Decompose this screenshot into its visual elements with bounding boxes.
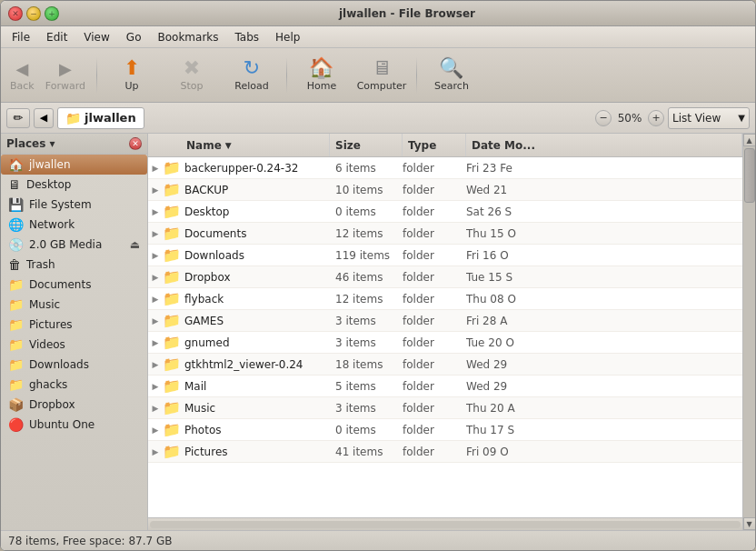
sidebar-item-downloads[interactable]: 📁 Downloads (1, 355, 147, 375)
sidebar-item-dropbox[interactable]: 📦 Dropbox (1, 395, 147, 415)
sidebar-label-filesystem: File System (29, 198, 92, 211)
sidebar-close-button[interactable]: ✕ (129, 137, 142, 150)
close-button[interactable]: ✕ (8, 6, 23, 21)
row-date: Sat 26 S (466, 205, 742, 218)
forward-label: Forward (45, 80, 85, 92)
row-expand-icon[interactable]: ▶ (148, 207, 163, 216)
col-header-type[interactable]: Type (403, 134, 466, 156)
vscroll-up-button[interactable]: ▲ (743, 134, 756, 146)
stop-button[interactable]: ✖ Stop (163, 51, 221, 100)
row-expand-icon[interactable]: ▶ (148, 185, 163, 195)
table-row[interactable]: ▶ 📁 gtkhtml2_viewer-0.24 18 items folder… (148, 354, 742, 376)
row-folder-icon: 📁 (163, 356, 181, 373)
sidebar-item-network[interactable]: 🌐 Network (1, 215, 147, 235)
hscroll-track[interactable] (150, 521, 741, 528)
row-size: 12 items (330, 227, 403, 240)
sidebar-item-documents[interactable]: 📁 Documents (1, 275, 147, 295)
menu-bookmarks[interactable]: Bookmarks (150, 29, 225, 45)
table-row[interactable]: ▶ 📁 Dropbox 46 items folder Tue 15 S (148, 266, 742, 288)
table-row[interactable]: ▶ 📁 Photos 0 items folder Thu 17 S (148, 419, 742, 441)
address-path[interactable]: 📁 jlwallen (57, 107, 144, 129)
table-row[interactable]: ▶ 📁 flyback 12 items folder Thu 08 O (148, 288, 742, 310)
vscroll-thumb[interactable] (744, 148, 755, 203)
view-mode-select[interactable]: List View ▼ (668, 107, 750, 129)
sidebar-item-ghacks[interactable]: 📁 ghacks (1, 375, 147, 395)
sidebar-item-ubuntuone[interactable]: 🔴 Ubuntu One (1, 415, 147, 435)
up-button[interactable]: ⬆ Up (103, 51, 161, 100)
sidebar-label-trash: Trash (26, 258, 55, 271)
sidebar-item-desktop[interactable]: 🖥 Desktop (1, 175, 147, 195)
row-expand-icon[interactable]: ▶ (148, 273, 163, 282)
maximize-button[interactable]: + (45, 6, 59, 21)
row-expand-icon[interactable]: ▶ (148, 360, 163, 369)
sort-arrow-icon: ▼ (225, 141, 232, 150)
table-row[interactable]: ▶ 📁 Pictures 41 items folder Fri 09 O (148, 441, 742, 463)
table-row[interactable]: ▶ 📁 backerupper-0.24-32 6 items folder F… (148, 157, 742, 179)
row-expand-icon[interactable]: ▶ (148, 251, 163, 260)
row-expand-icon[interactable]: ▶ (148, 426, 163, 435)
table-row[interactable]: ▶ 📁 Documents 12 items folder Thu 15 O (148, 223, 742, 245)
sidebar-item-media[interactable]: 💿 2.0 GB Media ⏏ (1, 235, 147, 255)
row-expand-icon[interactable]: ▶ (148, 164, 163, 173)
col-header-date[interactable]: Date Mo... (466, 134, 742, 156)
reload-button[interactable]: ↻ Reload (223, 51, 281, 100)
back-button[interactable]: ◀ Back (5, 55, 40, 95)
home-button[interactable]: 🏠 Home (293, 51, 351, 100)
eject-icon[interactable]: ⏏ (130, 238, 140, 251)
row-expand-icon[interactable]: ▶ (148, 338, 163, 347)
menu-view[interactable]: View (76, 29, 116, 45)
table-row[interactable]: ▶ 📁 GAMES 3 items folder Fri 28 A (148, 310, 742, 332)
menu-file[interactable]: File (5, 29, 37, 45)
vscroll-track[interactable] (743, 146, 756, 517)
forward-button[interactable]: ▶ Forward (40, 55, 91, 95)
computer-button[interactable]: 🖥 Computer (353, 51, 411, 100)
table-row[interactable]: ▶ 📁 Mail 5 items folder Wed 29 (148, 376, 742, 397)
row-size: 3 items (330, 315, 403, 327)
table-row[interactable]: ▶ 📁 Desktop 0 items folder Sat 26 S (148, 201, 742, 223)
col-header-size[interactable]: Size (330, 134, 403, 156)
horizontal-scrollbar[interactable] (148, 517, 742, 530)
row-size: 12 items (330, 293, 403, 306)
filesystem-icon: 💾 (8, 197, 24, 212)
computer-label: Computer (357, 80, 407, 92)
minimize-button[interactable]: − (26, 6, 41, 21)
edit-bookmarks-button[interactable]: ✏ (6, 108, 30, 128)
menu-tabs[interactable]: Tabs (228, 29, 267, 45)
zoom-out-button[interactable]: − (595, 110, 612, 126)
sidebar-item-trash[interactable]: 🗑 Trash (1, 255, 147, 275)
up-label: Up (124, 80, 138, 92)
row-name: gnumed (184, 336, 330, 349)
row-date: Tue 15 S (466, 271, 742, 284)
path-back-button[interactable]: ◀ (34, 108, 54, 128)
table-row[interactable]: ▶ 📁 BACKUP 10 items folder Wed 21 (148, 179, 742, 201)
row-date: Thu 08 O (466, 293, 742, 306)
search-button[interactable]: 🔍 Search (423, 51, 481, 100)
col-header-name[interactable]: Name ▼ (181, 134, 330, 156)
table-row[interactable]: ▶ 📁 Downloads 119 items folder Fri 16 O (148, 245, 742, 266)
hscroll-thumb[interactable] (150, 521, 327, 528)
row-expand-icon[interactable]: ▶ (148, 447, 163, 456)
row-expand-icon[interactable]: ▶ (148, 229, 163, 238)
row-size: 119 items (330, 249, 403, 262)
sidebar-item-filesystem[interactable]: 💾 File System (1, 195, 147, 215)
zoom-in-button[interactable]: + (648, 110, 664, 126)
sidebar-label-desktop: Desktop (26, 178, 72, 191)
sidebar-item-videos[interactable]: 📁 Videos (1, 335, 147, 355)
sidebar-item-jlwallen[interactable]: 🏠 jlwallen (1, 155, 147, 175)
desktop-icon: 🖥 (8, 177, 21, 192)
sidebar-label-ubuntuone: Ubuntu One (29, 418, 94, 431)
sidebar-item-music[interactable]: 📁 Music (1, 295, 147, 315)
table-row[interactable]: ▶ 📁 gnumed 3 items folder Tue 20 O (148, 332, 742, 354)
table-row[interactable]: ▶ 📁 Music 3 items folder Thu 20 A (148, 397, 742, 419)
menu-edit[interactable]: Edit (39, 29, 75, 45)
sidebar-item-pictures[interactable]: 📁 Pictures (1, 315, 147, 335)
row-expand-icon[interactable]: ▶ (148, 316, 163, 326)
row-expand-icon[interactable]: ▶ (148, 295, 163, 304)
vscroll-down-button[interactable]: ▼ (743, 517, 756, 530)
trash-icon: 🗑 (8, 257, 21, 272)
vertical-scrollbar[interactable]: ▲ ▼ (742, 134, 755, 530)
row-expand-icon[interactable]: ▶ (148, 382, 163, 391)
menu-help[interactable]: Help (268, 29, 307, 45)
row-expand-icon[interactable]: ▶ (148, 404, 163, 413)
menu-go[interactable]: Go (119, 29, 149, 45)
